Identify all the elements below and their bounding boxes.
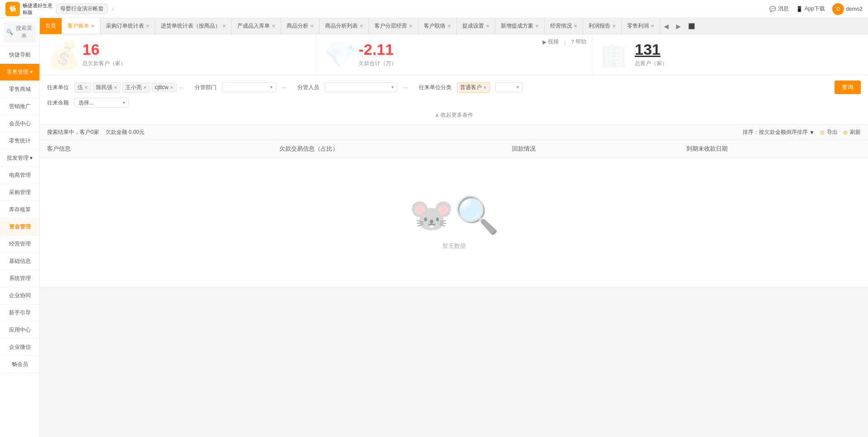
balance-select[interactable]: 选择... [74,98,129,108]
unit-class-tag-0[interactable]: 普通客户 ✕ [457,82,490,93]
sort-btn[interactable]: 排序：按欠款金额倒序排序 ▼ [743,128,815,136]
sidebar-item-finance[interactable]: 资金管理 [0,218,39,236]
unit-tag-2[interactable]: 王小亮 ✕ [122,82,150,93]
person-more-btn[interactable]: ··· [403,84,408,91]
app-download-btn[interactable]: 📱 App下载 [796,5,825,13]
search-menu-btn[interactable]: 🔍 搜索菜单 [4,22,36,43]
tab-close-icon[interactable]: ✕ [409,24,412,28]
filter-row-1: 往来单位 伍 ✕ 陈民强 ✕ 王小亮 ✕ [47,81,861,94]
tab-profit-report[interactable]: 利润报告 ✕ [583,18,622,34]
sidebar-item-ecommerce[interactable]: 电商管理 [0,167,39,184]
sidebar-item-basic[interactable]: 基础信息 [0,253,39,270]
sort-icon: ▼ [809,129,815,136]
tab-purchase-order[interactable]: 采购订单统计表 ✕ [101,18,155,34]
unit-class-select[interactable] [495,82,523,92]
sidebar-item-app-center[interactable]: 应用中心 [0,322,39,339]
dept-select-wrap [222,82,276,92]
tab-close-icon[interactable]: ✕ [612,24,616,28]
sidebar-item-member[interactable]: 会员中心 [0,115,39,133]
tab-retail-profit[interactable]: 零售利润 ✕ [622,18,660,34]
dept-more-btn[interactable]: ··· [282,84,287,91]
tab-product-inbound[interactable]: 产成品入库单 ✕ [232,18,281,34]
sidebar-item-enterprise[interactable]: 企业协同 [0,287,39,304]
empty-icon: 🐭🔍 [409,194,499,237]
sidebar-item-wechat[interactable]: 企业微信 [0,339,39,356]
sidebar-item-retail-mall[interactable]: 零售商城 [0,81,39,98]
col-debt-info: 欠款交易信息（占比） [279,145,512,153]
unit-label: 往来单位 [47,84,69,91]
unit-tag-close-0[interactable]: ✕ [84,85,88,90]
tab-home[interactable]: 首页 [40,18,62,34]
company-selector[interactable]: 母婴行业演示帐套 [56,4,108,14]
content-area: 首页 客户账本 ✕ 采购订单统计表 ✕ 进货单统计表（按商品） ✕ 产成品入库单… [40,18,868,437]
filter-area: 往来单位 伍 ✕ 陈民强 ✕ 王小亮 ✕ [40,75,868,125]
tab-customer-account[interactable]: 客户账本 ✕ [62,18,101,34]
sidebar-search-section: 🔍 搜索菜单 [0,18,39,47]
tab-operation[interactable]: 经营情况 ✕ [545,18,583,34]
col-due-date: 到期未收款日期 [686,145,861,153]
tab-new-boost[interactable]: 新增提成方案 ✕ [495,18,545,34]
tab-inbound-stats[interactable]: 进货单统计表（按商品） ✕ [155,18,232,34]
refresh-icon: ⊙ [843,129,848,136]
sidebar-item-wholesale[interactable]: 批发管理 ▾ [0,150,39,167]
export-btn[interactable]: ⊙ 导出 [820,128,838,136]
help-btn[interactable]: ? 帮助 [571,38,586,46]
tab-close-icon[interactable]: ✕ [360,24,363,28]
tab-close-icon[interactable]: ✕ [146,24,149,28]
unit-tag-1[interactable]: 陈民强 ✕ [93,82,120,93]
sidebar-item-inventory[interactable]: 库存核算 [0,201,39,218]
sidebar-item-quick-nav[interactable]: 快捷导航 [0,47,39,64]
collapse-filter-btn[interactable]: ∧ 收起更多条件 [435,111,473,119]
unit-tag-close-1[interactable]: ✕ [114,85,117,90]
sidebar-item-system[interactable]: 系统管理 [0,270,39,287]
unit-class-tags: 普通客户 ✕ [457,82,490,93]
tab-close-icon[interactable]: ✕ [574,24,577,28]
logo-text: 畅捷通好生意 标版 [23,2,53,15]
sidebar-item-retail[interactable]: 零售管理 ▾ [0,64,39,81]
sidebar-item-marketing[interactable]: 营销推广 [0,98,39,115]
message-btn[interactable]: 💬 消息 [769,5,789,13]
stat-total-debt: 💎 -2.11 欠款合计（万） ▶ 视频 | ? 帮助 [316,34,592,75]
tab-close-icon[interactable]: ✕ [272,24,275,28]
stat-customers-value: 131 [635,42,667,57]
user-menu[interactable]: D demo2 [832,3,863,15]
unit-tag-close-3[interactable]: ✕ [170,85,173,90]
sidebar-item-newbie[interactable]: 新手引导 [0,304,39,322]
refresh-btn[interactable]: ⊙ 刷新 [843,128,861,136]
search-results-bar: 搜索结果中，客户0家 欠款金额 0.00元 排序：按欠款金额倒序排序 ▼ ⊙ 导… [40,125,868,140]
tab-close-icon[interactable]: ✕ [447,24,451,28]
tab-nav-maximize[interactable]: ⬛ [685,23,699,29]
tab-close-icon[interactable]: ✕ [222,24,226,28]
person-select[interactable] [325,82,397,92]
stat-debt-value: -2.11 [359,42,397,57]
tab-nav-prev[interactable]: ◀ [660,23,672,30]
unit-tag-3[interactable]: cjttcw ✕ [152,83,177,92]
tab-customer-tier[interactable]: 客户分层经营 ✕ [369,18,418,34]
unit-tag-0[interactable]: 伍 ✕ [74,82,91,93]
sidebar-item-member-card[interactable]: 畅会员 [0,356,39,373]
tab-customer-contact[interactable]: 客户联络 ✕ [418,18,457,34]
tab-close-icon[interactable]: ✕ [486,24,489,28]
tab-nav-next[interactable]: ▶ [672,23,685,30]
filter-row-2: 往来余额 选择... [47,98,861,108]
tab-boost-settings[interactable]: 提成设置 ✕ [457,18,495,34]
unit-tag-close-2[interactable]: ✕ [143,85,147,90]
tab-product-analysis-list[interactable]: 商品分析列表 ✕ [320,18,369,34]
video-btn[interactable]: ▶ 视频 [542,38,559,46]
dept-select[interactable] [222,82,276,92]
unit-class-tag-close-0[interactable]: ✕ [483,85,487,90]
results-left: 搜索结果中，客户0家 欠款金额 0.00元 [47,128,144,136]
balance-label: 往来余额 [47,99,69,107]
tab-close-icon[interactable]: ✕ [91,24,95,28]
query-button[interactable]: 查询 [834,81,861,94]
tab-close-icon[interactable]: ✕ [310,24,314,28]
tab-close-icon[interactable]: ✕ [651,24,654,28]
tab-close-icon[interactable]: ✕ [535,24,539,28]
sidebar-item-operations[interactable]: 经营管理 [0,236,39,253]
sidebar-item-retail-stats[interactable]: 零售统计 [0,133,39,150]
unit-more-btn[interactable]: ··· [178,84,184,91]
col-customer-info: 客户信息 [47,145,279,153]
video-help-area: ▶ 视频 | ? 帮助 [542,38,586,46]
tab-product-analysis[interactable]: 商品分析 ✕ [281,18,320,34]
sidebar-item-purchase[interactable]: 采购管理 [0,184,39,201]
